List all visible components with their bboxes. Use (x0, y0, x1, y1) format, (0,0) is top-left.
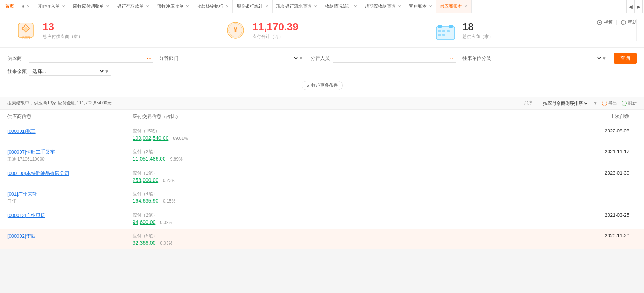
nav-prev-button[interactable]: ◀ (626, 0, 634, 13)
refresh-label: 刷新 (628, 100, 637, 106)
nav-tab-other-income-close[interactable]: ✕ (62, 4, 65, 9)
stat-block-amount: ¥ 11,170.39 应付合计（万） (217, 19, 427, 41)
stat-icon-amount: ¥ (224, 19, 246, 41)
nav-tab-supplier-book-close[interactable]: ✕ (464, 4, 468, 9)
supplier-contact-1: 王通 17106110000 (7, 156, 133, 162)
tx-label-3: 应付（4笔） (133, 191, 563, 197)
table-row: [000002]李四 应付（5笔） 32,366.00 0.03% 2020-1… (0, 229, 644, 249)
last-pay-date-1: 2021-11-17 (605, 149, 630, 154)
nav-tab-pre-collect-close[interactable]: ✕ (186, 4, 189, 9)
tx-row-0: 100,092,540.00 89.61% (133, 135, 563, 141)
video-link[interactable]: 视频 (597, 20, 614, 25)
category-select[interactable] (496, 55, 602, 61)
refresh-button[interactable]: 刷新 (622, 100, 637, 106)
nav-tab-other-income-label: 其他收入单 (38, 3, 60, 10)
dept-select[interactable] (183, 55, 299, 61)
nav-tab-cash-bank-query[interactable]: 现金银行流水查询 ✕ (273, 0, 321, 13)
nav-tab-collect-stat-close[interactable]: ✕ (354, 4, 357, 9)
tx-amount-4[interactable]: 94,600.00 (133, 219, 155, 225)
nav-tab-3-close[interactable]: ✕ (27, 4, 30, 9)
supplier-name-1[interactable]: [000007]恒旺二手叉车 (7, 149, 133, 155)
collapse-button[interactable]: ∧ 收起更多条件 (302, 81, 343, 90)
supplier-name-3[interactable]: [001]广州荣轩 (7, 191, 133, 197)
supplier-name-5[interactable]: [000002]李四 (7, 233, 133, 239)
nav-tab-collect-verify-close[interactable]: ✕ (225, 4, 229, 9)
stat-icon-total (434, 19, 456, 41)
export-button[interactable]: 导出 (602, 100, 617, 106)
nav-tab-overdue-query-label: 超期应收款查询 (365, 3, 396, 10)
query-button[interactable]: 查询 (614, 53, 637, 64)
nav-tab-ar-ap-adjust-label: 应收应付调整单 (73, 3, 104, 10)
sort-chevron-icon: ▼ (593, 101, 598, 106)
tx-row-4: 94,600.00 0.08% (133, 219, 563, 225)
nav-next-button[interactable]: ▶ (634, 0, 643, 13)
transaction-cell-5: 应付（5笔） 32,366.00 0.03% (133, 233, 563, 246)
export-label: 导出 (608, 100, 617, 106)
supplier-contact-3: 仔仔 (7, 198, 133, 204)
tx-amount-2[interactable]: 258,000.00 (133, 177, 158, 183)
supplier-input[interactable] (30, 55, 147, 61)
search-field-supplier: 供应商 ··· (7, 54, 153, 63)
balance-select[interactable]: 选择... (31, 68, 105, 75)
tx-row-1: 11,051,486.00 9.89% (133, 156, 563, 162)
supplier-name-2[interactable]: [000100]本特勤油品有限公司 (7, 170, 133, 177)
nav-tab-3-label: 3 (22, 4, 24, 9)
col-header-transaction: 应付交易信息（占比） (133, 113, 563, 120)
dept-label: 分管部门 (159, 55, 178, 62)
nav-tab-home[interactable]: 首页 (1, 0, 18, 13)
tx-pct-5: 0.03% (160, 241, 172, 246)
nav-tab-collect-stat[interactable]: 收款情况统计 ✕ (321, 0, 361, 13)
stat-label-suppliers: 总应付供应商（家） (43, 34, 83, 40)
table-header: 供应商信息 应付交易信息（占比） 上次付数 (0, 110, 644, 124)
table-row: [001]广州荣轩 仔仔 应付（4笔） 164,635.90 0.15% (0, 187, 644, 208)
header-links: 视频 | ? 帮助 (597, 19, 637, 25)
category-select-wrap: ▼ (494, 54, 608, 62)
nav-tab-overdue-query[interactable]: 超期应收款查询 ✕ (361, 0, 405, 13)
tx-pct-0: 89.61% (173, 136, 188, 141)
nav-tab-customer-book-close[interactable]: ✕ (429, 4, 432, 9)
nav-tab-bank-deposit-close[interactable]: ✕ (146, 4, 149, 9)
nav-tab-ar-ap-adjust[interactable]: 应收应付调整单 ✕ (69, 0, 113, 13)
nav-tab-collect-stat-label: 收款情况统计 (325, 3, 351, 10)
tx-amount-5[interactable]: 32,366.00 (133, 240, 155, 246)
help-link[interactable]: ? 帮助 (621, 20, 637, 25)
nav-tab-collect-verify[interactable]: 收款核销执行 ✕ (193, 0, 233, 13)
nav-tab-pre-collect[interactable]: 预收冲应收单 ✕ (153, 0, 193, 13)
svg-text:供应商: 供应商 (21, 36, 30, 39)
nav-tab-cash-bank-stat-close[interactable]: ✕ (265, 4, 269, 9)
supplier-dots[interactable]: ··· (147, 55, 151, 62)
person-dots[interactable]: ··· (450, 55, 455, 62)
nav-tab-3[interactable]: 3 ✕ (18, 0, 34, 13)
nav-tab-supplier-book[interactable]: 供应商账本 ✕ (436, 0, 472, 13)
transaction-cell-0: 应付（15笔） 100,092,540.00 89.61% (133, 128, 563, 141)
nav-tab-cash-bank-stat-label: 现金银行统计 (237, 3, 263, 10)
nav-tab-other-income[interactable]: 其他收入单 ✕ (34, 0, 69, 13)
person-input[interactable] (334, 55, 450, 61)
lastpay-cell-1: 2021-11-17 (563, 149, 637, 154)
collapse-bar: ∧ 收起更多条件 (7, 79, 637, 93)
col-header-supplier: 供应商信息 (7, 113, 133, 120)
nav-tab-customer-book[interactable]: 客户账本 ✕ (405, 0, 436, 13)
col-header-lastpay: 上次付数 (563, 113, 637, 120)
table-row: [000012]广州贝瑞 应付（2笔） 94,600.00 0.08% 2021… (0, 208, 644, 229)
nav-tab-bank-deposit[interactable]: 银行存取款单 ✕ (113, 0, 153, 13)
tx-row-3: 164,635.90 0.15% (133, 198, 563, 204)
supplier-name-0[interactable]: [000001]张三 (7, 128, 133, 135)
nav-tab-overdue-query-close[interactable]: ✕ (398, 4, 401, 9)
tx-amount-1[interactable]: 11,051,486.00 (133, 156, 166, 162)
nav-tab-cash-bank-stat[interactable]: 现金银行统计 ✕ (233, 0, 273, 13)
nav-tab-ar-ap-adjust-close[interactable]: ✕ (106, 4, 109, 9)
result-bar: 搜索结果中，供应商13家 应付金额 111,703,854.00元 排序： 按应… (0, 97, 644, 110)
tx-pct-3: 0.15% (163, 199, 175, 204)
supplier-name-4[interactable]: [000012]广州贝瑞 (7, 212, 133, 219)
nav-arrows: ◀ ▶ (626, 0, 643, 13)
tx-amount-0[interactable]: 100,092,540.00 (133, 135, 168, 141)
sort-select[interactable]: 按应付余额倒序排序 (542, 100, 589, 106)
tx-amount-3[interactable]: 164,635.90 (133, 198, 158, 204)
stats-header: 供应商 13 总应付供应商（家） ¥ 11,170.39 应付合计（万） (0, 13, 644, 48)
stat-label-amount: 应付合计（万） (252, 34, 298, 40)
lastpay-cell-0: 2022-08-08 (563, 128, 637, 134)
last-pay-date-2: 2023-01-30 (605, 170, 630, 176)
nav-tab-cash-bank-query-close[interactable]: ✕ (314, 4, 317, 9)
search-field-balance: 往来余额 选择... ▼ (7, 68, 111, 76)
